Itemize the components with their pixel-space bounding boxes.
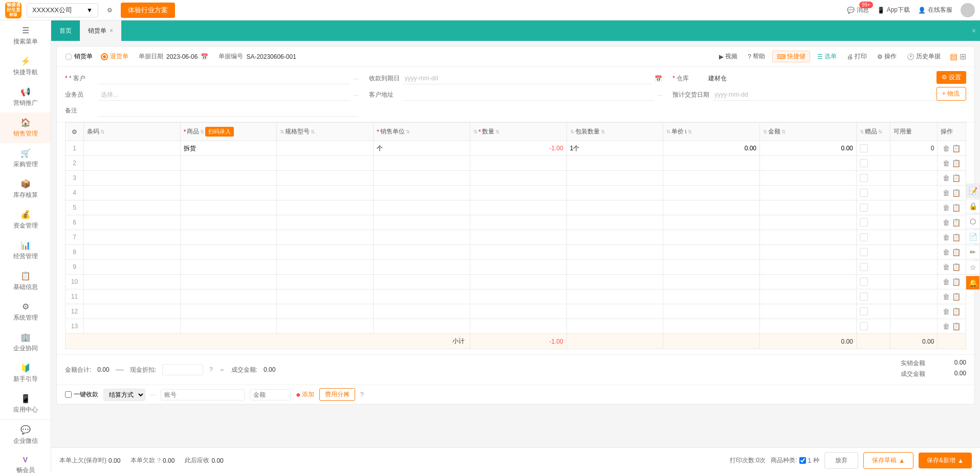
row-product[interactable] [180,156,277,171]
view-list-icon[interactable]: ▤ [950,52,957,61]
row-barcode[interactable] [84,319,181,334]
row-pkg-qty[interactable] [567,260,663,275]
row-price[interactable] [663,260,760,275]
row-pkg-qty[interactable] [567,171,663,186]
print-btn[interactable]: 🖨 打印 [844,51,870,62]
row-product[interactable] [180,215,277,230]
row-gift[interactable] [856,156,890,171]
sidebar-item-marketing[interactable]: 📢 营销推广 [0,82,51,112]
row-product[interactable] [180,304,277,319]
tab-close-all-icon[interactable]: × [972,27,980,35]
copy-icon[interactable]: 📋 [952,189,961,197]
row-amount[interactable] [760,245,857,260]
row-amount[interactable] [760,319,857,334]
th-settings[interactable]: ⚙ [66,123,84,141]
row-price[interactable] [663,171,760,186]
gift-checkbox[interactable] [860,322,868,330]
row-qty[interactable] [470,200,567,215]
row-price[interactable] [663,200,760,215]
sidebar-item-finance[interactable]: 💰 资金管理 [0,205,51,235]
row-qty[interactable] [470,186,567,200]
delete-icon[interactable]: 🗑 [943,233,950,241]
sidebar-item-appstore[interactable]: 📱 应用中心 [0,389,51,419]
app-download-btn[interactable]: 📱 App下载 [877,6,910,14]
row-spec[interactable] [277,230,374,245]
method-dots[interactable]: ··· [150,391,156,398]
row-pkg-qty[interactable] [567,215,663,230]
payment-date-input[interactable] [403,73,652,84]
sidebar-item-inventory[interactable]: 📦 库存核算 [0,174,51,205]
row-pkg-qty[interactable] [567,304,663,319]
delete-icon[interactable]: 🗑 [943,248,950,256]
row-unit[interactable] [374,230,470,245]
add-payment-btn[interactable]: ● 添加 [296,390,314,399]
float-btn-5[interactable]: ✏ [966,245,980,259]
row-unit[interactable] [374,275,470,289]
row-pkg-qty[interactable] [567,186,663,200]
row-qty[interactable] [470,304,567,319]
row-gift[interactable] [856,215,890,230]
row-pkg-qty[interactable] [567,230,663,245]
row-unit[interactable] [374,171,470,186]
row-barcode[interactable] [84,171,181,186]
delete-icon[interactable]: 🗑 [943,263,950,271]
row-barcode[interactable] [84,289,181,304]
trial-button[interactable]: 体验行业方案 [121,3,175,18]
row-qty[interactable] [470,275,567,289]
gift-checkbox[interactable] [860,263,868,271]
row-unit[interactable] [374,215,470,230]
radio-return-order[interactable]: 退货单 [101,52,128,61]
row-gift[interactable] [856,260,890,275]
row-unit[interactable] [374,260,470,275]
gift-checkbox[interactable] [860,233,868,241]
row-pkg-qty[interactable] [567,289,663,304]
row-qty[interactable] [470,141,567,156]
row-barcode[interactable] [84,275,181,289]
account-input[interactable] [161,389,245,400]
online-support-btn[interactable]: 👤 在线客服 [918,6,952,14]
row-spec[interactable] [277,275,374,289]
row-unit[interactable] [374,245,470,260]
row-price[interactable] [663,289,760,304]
gift-checkbox[interactable] [860,248,868,256]
sidebar-item-guide[interactable]: 🔰 新手引导 [0,358,51,389]
row-gift[interactable] [856,200,890,215]
copy-icon[interactable]: 📋 [952,278,961,286]
copy-icon[interactable]: 📋 [952,204,961,212]
payment-calendar-icon[interactable]: 📅 [655,75,662,82]
delete-icon[interactable]: 🗑 [943,307,950,316]
scan-button[interactable]: 扫码录入 [205,127,234,137]
one-click-checkbox[interactable] [65,391,72,398]
row-spec[interactable] [277,156,374,171]
message-btn[interactable]: 💬 消息 99+ [847,6,869,14]
gift-checkbox[interactable] [860,278,868,286]
row-qty[interactable] [470,245,567,260]
one-click-payment-check[interactable]: 一键收款 [65,390,98,399]
row-gift[interactable] [856,141,890,156]
row-barcode[interactable] [84,230,181,245]
sidebar-item-purchase[interactable]: 🛒 采购管理 [0,143,51,174]
row-barcode[interactable] [84,304,181,319]
float-btn-2[interactable]: 🔒 [966,199,980,213]
copy-icon[interactable]: 📋 [952,307,961,316]
row-qty[interactable] [470,319,567,334]
row-product[interactable] [180,171,277,186]
sidebar-item-search[interactable]: ☰ 搜索菜单 [0,20,51,51]
row-barcode[interactable] [84,156,181,171]
row-gift[interactable] [856,275,890,289]
row-unit[interactable] [374,141,470,156]
row-unit[interactable] [374,156,470,171]
tab-close-icon[interactable]: × [110,27,113,34]
row-pkg-qty[interactable] [567,156,663,171]
gift-checkbox[interactable] [860,189,868,197]
row-barcode[interactable] [84,186,181,200]
operate-btn[interactable]: ⚙ 操作 [874,51,900,62]
row-product[interactable] [180,319,277,334]
history-btn[interactable]: 🕐 历史单据 [904,51,944,62]
date-calendar-icon[interactable]: 📅 [201,53,208,60]
abandon-button[interactable]: 放弃 [824,452,858,469]
gift-checkbox[interactable] [860,307,868,316]
float-btn-6[interactable]: ☆ [966,260,980,275]
tab-sales-order[interactable]: 销货单 × [80,20,121,41]
row-price[interactable] [663,304,760,319]
